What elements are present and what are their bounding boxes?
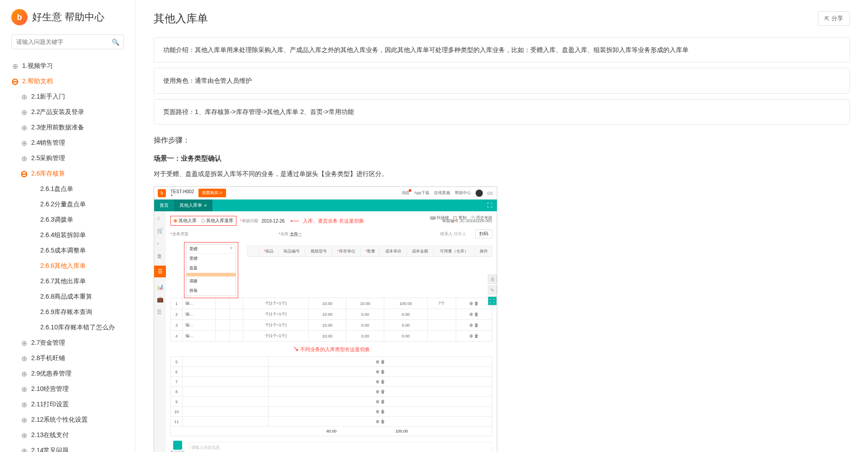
blank-icon bbox=[29, 293, 37, 300]
path-box: 页面路径：1、库存核算->库存管理->其他入库单 2、首页->常用功能 bbox=[154, 99, 850, 124]
blank-icon bbox=[29, 216, 37, 224]
table-row: 3编…个(1个=1个)10.000.000.00⊕ 🗑 bbox=[171, 320, 492, 331]
nav-item[interactable]: ⊕2.9优惠券管理 bbox=[11, 366, 124, 381]
ss-avatar-icon bbox=[476, 190, 483, 197]
nav-item[interactable]: ⊕2.13在线支付 bbox=[11, 428, 124, 443]
sidebar: b 好生意 帮助中心 🔍 ⊕1.视频学习⊖2.帮助文档⊕2.1新手入门⊕2.2产… bbox=[0, 0, 136, 452]
plus-icon: ⊕ bbox=[20, 339, 28, 347]
nav-item[interactable]: ⊖2.帮助文档 bbox=[11, 74, 124, 89]
ss-th: 商品 bbox=[259, 246, 278, 257]
nav-item[interactable]: ⊕2.3使用前数据准备 bbox=[11, 120, 124, 135]
ss-remark-row: 备注信息 请输入内容信息 bbox=[170, 441, 492, 452]
nav-label: 2.6.3调拨单 bbox=[40, 216, 73, 224]
nav-label: 2.帮助文档 bbox=[22, 77, 53, 86]
nav-item[interactable]: 2.6.4组装拆卸单 bbox=[11, 228, 124, 243]
ss-date-label: 单据日期 bbox=[240, 218, 258, 224]
search-icon[interactable]: 🔍 bbox=[112, 38, 119, 46]
search-box: 🔍 bbox=[11, 34, 124, 49]
ss-remark-input: 请输入内容信息 bbox=[189, 442, 492, 452]
nav-item[interactable]: 2.6.3调拨单 bbox=[11, 212, 124, 228]
ss-biz-label: 业务类型 bbox=[170, 231, 189, 237]
nav-item[interactable]: ⊕2.10经营管理 bbox=[11, 381, 124, 397]
ss-nav-trash-icon: 🗑 bbox=[157, 253, 163, 259]
nav-item[interactable]: ⊕2.11打印设置 bbox=[11, 397, 124, 412]
ss-total-qty: 40.00 bbox=[314, 429, 349, 433]
ss-nav-list-icon: ☰ bbox=[157, 309, 163, 315]
ss-widget-1: ☰ bbox=[488, 275, 497, 284]
ss-content: ⌨ 快捷键 📋 复制 🕐 历史单据 其他入库 其他入库退库 单据日期 2019-… bbox=[166, 211, 497, 452]
nav-label: 2.10经营管理 bbox=[31, 385, 69, 393]
nav-item[interactable]: ⊖2.6库存核算 bbox=[11, 166, 124, 181]
ss-handler-label: 经手人 经手人 bbox=[440, 231, 466, 237]
ss-table-head: 商品商品编号规格型号库存单位数量成本单价成本金额可用量（仓库）操作 bbox=[247, 246, 492, 257]
plus-icon: ⊕ bbox=[11, 62, 19, 70]
nav-label: 2.13在线支付 bbox=[31, 431, 69, 439]
nav-item[interactable]: 2.6.9库存账本查询 bbox=[11, 305, 124, 320]
ss-sub-icon bbox=[170, 194, 194, 197]
arrow-down-icon: ↘ bbox=[293, 345, 299, 352]
ss-left-nav: ⌂ 🛒 ▫ 🗑 ☰ 📊 💼 ☰ bbox=[154, 211, 166, 452]
steps-title: 操作步骤： bbox=[154, 136, 850, 145]
ss-username: CC bbox=[487, 191, 493, 195]
ss-anno1: 入库、退货业务 在这里切换 bbox=[303, 218, 364, 224]
ss-empty-rows: 5⊕ 🗑6⊕ 🗑7⊕ 🗑8⊕ 🗑9⊕ 🗑10⊕ 🗑11⊕ 🗑 bbox=[170, 357, 492, 427]
nav-item[interactable]: 2.6.2分量盘点单 bbox=[11, 197, 124, 212]
plus-icon: ⊕ bbox=[20, 355, 28, 362]
nav-item[interactable]: 2.6.7其他出库单 bbox=[11, 274, 124, 289]
role-label: 使用角色： bbox=[163, 77, 195, 84]
ss-copy-label: 📋 复制 bbox=[453, 215, 467, 221]
nav-item[interactable]: ⊕2.5采购管理 bbox=[11, 151, 124, 166]
nav-item[interactable]: 2.6.5成本调整单 bbox=[11, 243, 124, 258]
nav-item[interactable]: ⊕2.2产品安装及登录 bbox=[11, 105, 124, 120]
nav-item[interactable]: ⊕2.14常见问题 bbox=[11, 443, 124, 452]
ss-test-label: TEST-H002 bbox=[170, 189, 194, 194]
nav-item[interactable]: 2.6.10库存账本错了怎么办 bbox=[11, 320, 124, 335]
nav-label: 2.6.4组装拆卸单 bbox=[40, 231, 86, 239]
plus-icon: ⊕ bbox=[20, 385, 28, 393]
nav-list: ⊕1.视频学习⊖2.帮助文档⊕2.1新手入门⊕2.2产品安装及登录⊕2.3使用前… bbox=[11, 58, 124, 452]
ss-total-amt: 100.00 bbox=[384, 429, 420, 433]
ss-promo-button: 我要购买-> bbox=[198, 189, 226, 197]
ss-dropdown-opt: 拆装 bbox=[187, 286, 236, 295]
nav-item[interactable]: 2.6.6其他入库单 bbox=[11, 258, 124, 274]
ss-th: 数量 bbox=[361, 246, 380, 257]
nav-label: 2.6.10库存账本错了怎么办 bbox=[40, 324, 115, 332]
plus-icon: ⊕ bbox=[20, 139, 28, 147]
nav-label: 2.6库存核算 bbox=[31, 170, 65, 178]
nav-item[interactable]: ⊕2.7资金管理 bbox=[11, 335, 124, 351]
plus-icon: ⊕ bbox=[20, 155, 28, 162]
ss-nav-active-icon: ☰ bbox=[154, 266, 166, 277]
search-input[interactable] bbox=[11, 34, 124, 49]
nav-item[interactable]: ⊕2.4销售管理 bbox=[11, 135, 124, 151]
ss-service-icon: 在线客服 bbox=[434, 190, 450, 196]
nav-label: 2.6.9库存账本查询 bbox=[40, 308, 92, 316]
nav-label: 2.4销售管理 bbox=[31, 139, 65, 147]
ss-nav-chart-icon: 📊 bbox=[157, 284, 163, 290]
ss-right-toolbar: ⌨ 快捷键 📋 复制 🕐 历史单据 bbox=[430, 215, 492, 221]
role-text: 通常由仓管人员维护 bbox=[195, 77, 252, 84]
nav-item[interactable]: 2.6.8商品成本重算 bbox=[11, 289, 124, 305]
plus-icon: ⊕ bbox=[20, 124, 28, 131]
page-header: 其他入库单 ⇱ 分享 bbox=[154, 11, 850, 26]
share-button[interactable]: ⇱ 分享 bbox=[818, 11, 850, 26]
nav-label: 2.11打印设置 bbox=[31, 400, 69, 409]
nav-label: 2.6.8商品成本重算 bbox=[40, 293, 92, 301]
ss-dropdown-opt: 调拨 bbox=[187, 276, 236, 286]
ss-dropdown-opt bbox=[187, 273, 236, 276]
ss-th: 成本单价 bbox=[380, 246, 406, 257]
ss-remark-label: 备注信息 bbox=[170, 450, 185, 452]
nav-item[interactable]: 2.6.1盘点单 bbox=[11, 181, 124, 197]
nav-item[interactable]: ⊕2.12系统个性化设置 bbox=[11, 412, 124, 428]
plus-icon: ⊕ bbox=[20, 447, 28, 452]
path-label: 页面路径： bbox=[163, 108, 195, 115]
nav-label: 2.6.7其他出库单 bbox=[40, 277, 86, 285]
ss-radio-in: 其他入库 bbox=[174, 218, 197, 224]
nav-item[interactable]: ⊕1.视频学习 bbox=[11, 58, 124, 74]
nav-item[interactable]: ⊕2.1新手入门 bbox=[11, 89, 124, 105]
nav-label: 2.7资金管理 bbox=[31, 339, 65, 347]
minus-icon: ⊖ bbox=[11, 78, 19, 85]
ss-dropdown-sel: 受赠 bbox=[187, 245, 236, 253]
nav-item[interactable]: ⊕2.8手机旺铺 bbox=[11, 351, 124, 366]
ss-widget-2: ✎ bbox=[488, 285, 497, 295]
plus-icon: ⊕ bbox=[20, 370, 28, 377]
